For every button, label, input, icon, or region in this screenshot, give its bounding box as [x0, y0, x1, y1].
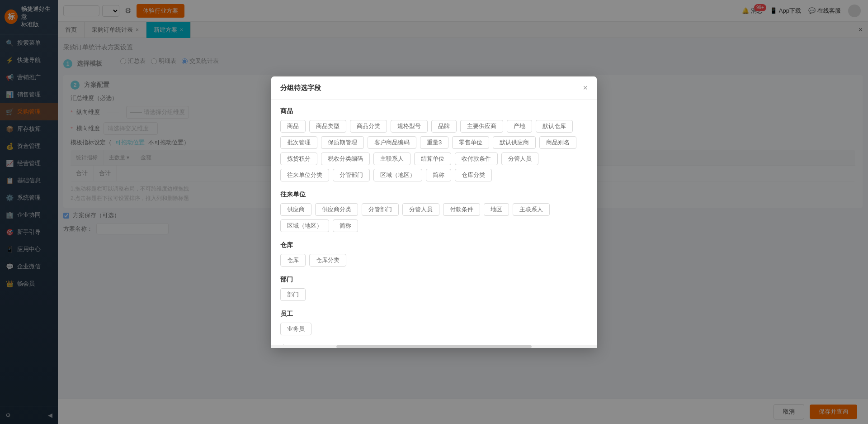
field-tag---[interactable]: 简称: [333, 219, 358, 232]
section-partner: 往来单位供应商供应商分类分管部门分管人员付款条件地区主联系人区域（地区）简称: [280, 191, 588, 232]
section-title-employee: 员工: [280, 310, 588, 318]
modal-bottom-scroll[interactable]: [271, 345, 597, 348]
section-title-partner: 往来单位: [280, 191, 588, 199]
field-tag-----[interactable]: 分管部门: [362, 203, 399, 216]
field-tag-----[interactable]: 结算单位: [414, 152, 451, 165]
modal-header: 分组待选字段 ×: [271, 76, 597, 100]
section-department: 部门部门: [280, 276, 588, 301]
field-tag-----[interactable]: 付款条件: [443, 203, 480, 216]
field-tag-----[interactable]: 规格型号: [391, 120, 428, 133]
field-tag------[interactable]: 主要供应商: [460, 120, 503, 133]
field-tags-department: 部门: [280, 288, 588, 301]
field-tag---[interactable]: 仓库: [280, 254, 306, 267]
horizontal-scrollbar-thumb[interactable]: [336, 345, 532, 348]
modal-close-button[interactable]: ×: [583, 84, 588, 92]
section-warehouse: 仓库仓库仓库分类: [280, 241, 588, 267]
field-tag---[interactable]: 产地: [507, 120, 532, 133]
section-employee: 员工业务员: [280, 310, 588, 335]
section-title-product: 商品: [280, 107, 588, 115]
field-tag------[interactable]: 供应商分类: [315, 203, 358, 216]
field-tag-----[interactable]: 商品别名: [539, 136, 576, 149]
field-tags-warehouse: 仓库仓库分类: [280, 254, 588, 267]
field-tag-------[interactable]: 区域（地区）: [280, 219, 329, 232]
field-tag-----[interactable]: 批次管理: [280, 136, 317, 149]
section-title-warehouse: 仓库: [280, 241, 588, 249]
field-tag-----[interactable]: 分管部门: [333, 169, 370, 181]
field-tag-----[interactable]: 主联系人: [373, 152, 410, 165]
section-product: 商品商品商品类型商品分类规格型号品牌主要供应商产地默认仓库批次管理保质期管理客户…: [280, 107, 588, 181]
field-tag-----[interactable]: 零售单位: [452, 136, 489, 149]
field-tag------[interactable]: 保质期管理: [321, 136, 364, 149]
field-tag-------[interactable]: 区域（地区）: [373, 169, 422, 181]
field-tag-----[interactable]: 商品分类: [350, 120, 387, 133]
field-tag-----[interactable]: 分管人员: [402, 203, 439, 216]
field-tag---[interactable]: 品牌: [431, 120, 457, 133]
field-tag---[interactable]: 地区: [484, 203, 509, 216]
field-tag----[interactable]: 供应商: [280, 203, 311, 216]
field-tag-------[interactable]: 往来单位分类: [280, 169, 329, 181]
field-tag-----[interactable]: 商品类型: [309, 120, 346, 133]
modal-body: 商品商品商品类型商品分类规格型号品牌主要供应商产地默认仓库批次管理保质期管理客户…: [271, 100, 597, 345]
field-tag------[interactable]: 默认供应商: [493, 136, 536, 149]
field-tags-partner: 供应商供应商分类分管部门分管人员付款条件地区主联系人区域（地区）简称: [280, 203, 588, 232]
field-tag---[interactable]: 简称: [426, 169, 451, 181]
field-tag-----[interactable]: 仓库分类: [455, 169, 492, 181]
field-tag------[interactable]: 收付款条件: [455, 152, 498, 165]
field-tag-----[interactable]: 主联系人: [513, 203, 550, 216]
field-tag---[interactable]: 部门: [280, 288, 306, 301]
field-tag-----[interactable]: 仓库分类: [309, 254, 346, 267]
field-tag---[interactable]: 商品: [280, 120, 306, 133]
modal-title: 分组待选字段: [280, 84, 321, 92]
field-tag-----[interactable]: 拣货积分: [280, 152, 317, 165]
section-title-department: 部门: [280, 276, 588, 284]
field-tag-------[interactable]: 客户商品编码: [368, 136, 416, 149]
field-tag----[interactable]: 业务员: [280, 323, 311, 335]
field-tag---3[interactable]: 重量3: [420, 136, 448, 149]
field-tags-employee: 业务员: [280, 323, 588, 335]
field-tag-----[interactable]: 分管人员: [501, 152, 538, 165]
field-tag-----[interactable]: 默认仓库: [536, 120, 573, 133]
field-tags-product: 商品商品类型商品分类规格型号品牌主要供应商产地默认仓库批次管理保质期管理客户商品…: [280, 120, 588, 181]
modal: 分组待选字段 × 商品商品商品类型商品分类规格型号品牌主要供应商产地默认仓库批次…: [271, 76, 597, 348]
field-tag-------[interactable]: 税收分类编码: [321, 152, 370, 165]
